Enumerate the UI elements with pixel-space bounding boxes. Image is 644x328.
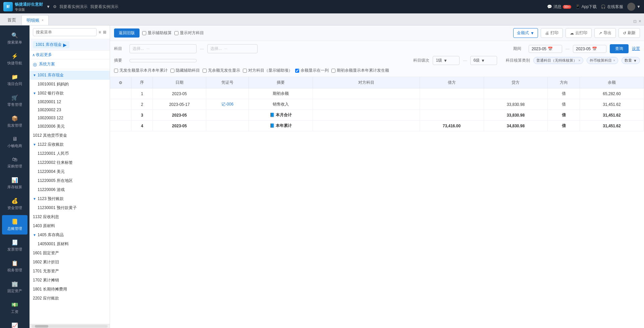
tag-qty-arrow[interactable]: ▼ <box>633 59 637 63</box>
horizontal-scrollbar[interactable] <box>30 324 110 328</box>
col-header-gear[interactable]: ⚙ <box>110 77 131 88</box>
scheme-label[interactable]: 系统方案 <box>39 61 55 67</box>
show-contra-checkbox[interactable] <box>174 31 178 35</box>
tree-item-11220002[interactable]: 11220002 往来标签 <box>34 158 110 167</box>
sidebar-item-inventory[interactable]: 📊 库存核算 <box>2 174 28 193</box>
tab-restore-icon[interactable]: ⊡ <box>633 19 637 24</box>
query-btn[interactable]: 查询 <box>610 44 629 53</box>
tab-home[interactable]: 首页 <box>3 15 21 25</box>
tree-item-1602[interactable]: 1602 累计折旧 <box>30 258 110 267</box>
tree-item-1123[interactable]: ▼ 1123 预付账款 <box>30 194 110 203</box>
tree-item-1702[interactable]: 1702 累计摊销 <box>30 276 110 285</box>
row-credit-1: 33,830.98 <box>484 99 548 110</box>
tab-close-all-icon[interactable]: × <box>639 18 641 24</box>
tree-item-1601[interactable]: 1601 固定资产 <box>30 249 110 258</box>
logo-icon: 财 <box>3 2 13 11</box>
print-btn[interactable]: 🖨 打印 <box>541 28 563 38</box>
tree-item-10010001[interactable]: 10010001 妈妈的 <box>34 80 110 89</box>
cb-no-balance-input[interactable] <box>203 69 207 73</box>
row-voucher-1[interactable]: 记-006 <box>206 99 249 110</box>
tag-foreign-close[interactable]: × <box>613 59 615 62</box>
sidebar-item-purchase[interactable]: 🛍 采购管理 <box>2 153 28 172</box>
tag-normal-close[interactable]: × <box>578 59 580 62</box>
tree-item-1122[interactable]: ▼ 1122 应收账款 <box>30 140 110 149</box>
voucher-link[interactable]: 记-006 <box>221 102 233 107</box>
tree-item-1002[interactable]: ▼ 1002 银行存款 <box>30 89 110 98</box>
row-account-2 <box>313 110 420 121</box>
settings-icon[interactable]: ⚙ <box>53 4 57 9</box>
purchase-icon: 🛍 <box>12 156 17 162</box>
panel-icon-list[interactable]: ≡ <box>99 30 101 35</box>
tree-item-1132[interactable]: 1132 应收利息 <box>30 212 110 221</box>
tree-item-1012[interactable]: 1012 其他货币资金 <box>30 131 110 140</box>
cb-contra-display-input[interactable] <box>243 69 247 73</box>
sidebar-item-shortcut[interactable]: ⚡ 快捷导航 <box>2 50 28 69</box>
sidebar-item-project[interactable]: 📁 项目合同 <box>2 70 28 90</box>
level-to-arrow: ▼ <box>481 58 485 63</box>
refresh-btn[interactable]: ↺ 刷新 <box>619 28 640 38</box>
sidebar-item-ledger[interactable]: 📒 总账管理 <box>2 215 28 235</box>
sidebar-item-finance[interactable]: 💰 资金管理 <box>2 194 28 214</box>
tree-item-11220001[interactable]: 11220001 人民币 <box>34 149 110 158</box>
sidebar-item-ops[interactable]: 📈 经营管理 <box>2 319 28 328</box>
message-btn[interactable]: 💬 消息 99+ <box>547 4 571 10</box>
account-search-input[interactable] <box>33 28 97 36</box>
sidebar-item-ecommerce[interactable]: 🖥 小畅电商 <box>2 133 28 152</box>
back-old-btn[interactable]: 返回旧版 <box>114 28 140 38</box>
tree-item-1801[interactable]: 1801 长期待摊费用 <box>30 285 110 294</box>
show-aux-checkbox[interactable] <box>142 31 146 35</box>
tree-item-11220005[interactable]: 11220005 所在地区 <box>34 176 110 185</box>
period-end-input[interactable]: 2023-05 📅 <box>573 45 606 53</box>
sidebar-item-tax[interactable]: 📋 税务管理 <box>2 257 28 276</box>
tab-active[interactable]: 明细账 × <box>21 15 49 25</box>
summary-filter-input[interactable] <box>129 59 197 62</box>
tree-item-1405[interactable]: ▼ 1405 库存商品 <box>30 231 110 240</box>
cb-opening-ytd-input[interactable] <box>331 69 335 73</box>
tree-item-10020003[interactable]: 10020003 122 <box>34 114 110 122</box>
account-tag[interactable]: 1001 库存现金 ▶ <box>33 41 69 48</box>
tree-item-11230001[interactable]: 11230001 预付款黄子 <box>34 203 110 212</box>
level-to-select[interactable]: 6级 ▼ <box>470 56 497 65</box>
sidebar-item-assets[interactable]: 🏢 固定资产 <box>2 277 28 297</box>
app-download-btn[interactable]: 📱 App下载 <box>575 4 597 10</box>
tree-item-1701[interactable]: 1701 无形资产 <box>30 267 110 276</box>
sidebar-item-search[interactable]: 🔍 搜索菜单 <box>2 29 28 48</box>
tab-close-icon[interactable]: × <box>42 18 44 22</box>
scrollbar-thumb[interactable] <box>35 325 48 328</box>
filter-toggle[interactable]: ∧ 收起更多 <box>30 51 110 59</box>
print-icon: 🖨 <box>545 31 549 36</box>
account-filter-input[interactable]: 选择... ··· <box>129 44 197 53</box>
account-filter-input-2[interactable]: 选择... ··· <box>207 44 258 53</box>
tree-item-11220006[interactable]: 11220006 游戏 <box>34 185 110 194</box>
calendar-icon-start: 📅 <box>548 47 553 51</box>
tree-item-10020006[interactable]: 10020006 美元 <box>34 122 110 131</box>
demo-label-text[interactable]: 我要看实例演示 <box>90 4 118 10</box>
sidebar-item-wholesale[interactable]: 📦 批发管理 <box>2 112 28 131</box>
sidebar-item-invoice[interactable]: 🧾 发票管理 <box>2 236 28 255</box>
period-start-input[interactable]: 2023-05 📅 <box>529 45 562 53</box>
export-btn[interactable]: ↗ 导出 <box>594 28 616 38</box>
cb-hide-aux-input[interactable] <box>170 69 174 73</box>
tag-normal: 普通科目（无特殊核算） × <box>533 57 583 64</box>
tree-item-14050001[interactable]: 14050001 原材料 <box>34 240 110 249</box>
cb-balance-one-col-input[interactable] <box>295 69 299 73</box>
amount-format-btn[interactable]: 金额式 ▼ <box>513 28 538 38</box>
settings-link[interactable]: 设置 <box>632 46 640 52</box>
tree-item-10020002[interactable]: 10020002 23 <box>34 106 110 114</box>
online-service-btn[interactable]: 🎧 在线客服 <box>601 4 623 10</box>
cb-no-occur-input[interactable] <box>114 69 118 73</box>
user-area[interactable]: ▼ <box>627 3 641 11</box>
tree-item-1001[interactable]: ▼ 1001 库存现金 <box>30 71 110 80</box>
demo-link[interactable]: 我要看实例演示 <box>59 4 88 10</box>
tree-item-2202[interactable]: 2202 应付账款 <box>30 294 110 303</box>
level-label: 科目级次 <box>413 58 429 63</box>
level-from-select[interactable]: 1级 ▼ <box>433 56 460 65</box>
tree-item-11220004[interactable]: 11220004 美元 <box>34 167 110 176</box>
sidebar-item-retail[interactable]: 🛒 零售管理 <box>2 91 28 111</box>
main-layout: 🔍 搜索菜单 ⚡ 快捷导航 📁 项目合同 🛒 零售管理 📦 批发管理 🖥 小畅电… <box>0 25 644 328</box>
panel-icon-expand[interactable]: ⊞ <box>103 30 106 35</box>
cloud-print-btn[interactable]: ☁ 云打印 <box>566 28 592 38</box>
tree-item-10020001[interactable]: 10020001 12 <box>34 98 110 106</box>
tree-item-1403[interactable]: 1403 原材料 <box>30 221 110 231</box>
sidebar-item-salary[interactable]: 💵 工资 <box>2 298 28 318</box>
